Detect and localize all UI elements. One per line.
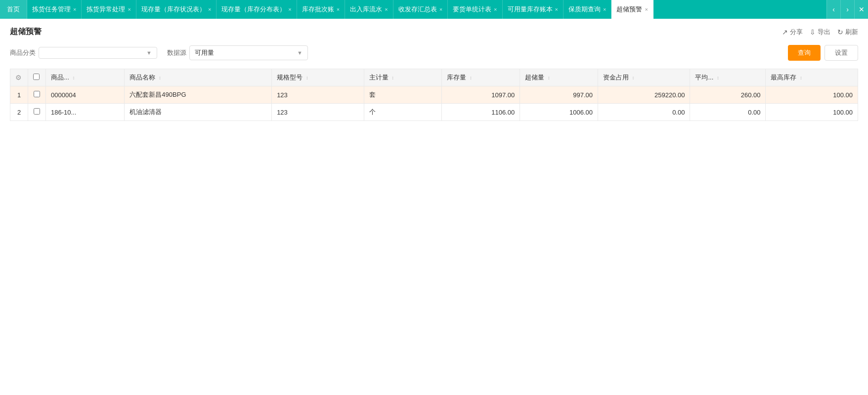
datasource-select[interactable]: 可用量 ▼ <box>189 45 308 60</box>
sort-max-stock-icon: ↕ <box>800 75 802 80</box>
nav-item-close-8[interactable]: × <box>555 6 558 12</box>
nav-item-close-1[interactable]: × <box>128 6 130 12</box>
filter-actions: 查询 设置 <box>788 45 858 61</box>
row-num-1: 2 <box>10 104 28 121</box>
col-unit[interactable]: 主计量 ↕ <box>364 69 442 86</box>
nav-item-label-8: 可用量库存账本 <box>508 5 553 14</box>
row-unit-0: 套 <box>364 86 442 104</box>
export-button[interactable]: ⇩ 导出 <box>810 28 830 37</box>
top-nav: 首页 拣货任务管理 ×拣货异常处理 ×现存量（库存状况表） ×现存量（库存分布表… <box>0 0 868 19</box>
row-checkbox-cell-1 <box>28 104 46 121</box>
nav-item-label-2: 现存量（库存状况表） <box>141 5 206 14</box>
nav-item-close-10[interactable]: × <box>645 6 648 12</box>
query-button[interactable]: 查询 <box>788 45 821 61</box>
sort-product-name-icon: ↕ <box>159 75 161 80</box>
nav-item-label-3: 现存量（库存分布表） <box>221 5 286 14</box>
sort-stock-icon: ↕ <box>470 75 472 80</box>
category-filter: 商品分类 ▼ <box>10 47 157 59</box>
table-header-row: ⚙ 商品... ↕ 商品名称 ↕ 规格型号 ↕ 主计量 <box>10 69 858 86</box>
col-stock-label: 库存量 <box>447 74 466 81</box>
nav-next-button[interactable]: › <box>840 0 854 19</box>
nav-item-2[interactable]: 现存量（库存状况表） × <box>136 0 217 19</box>
sort-spec-icon: ↕ <box>306 75 308 80</box>
nav-item-close-6[interactable]: × <box>439 6 442 12</box>
col-unit-label: 主计量 <box>369 74 389 81</box>
nav-item-label-5: 出入库流水 <box>350 5 382 14</box>
nav-item-4[interactable]: 库存批次账 × <box>297 0 345 19</box>
col-over-stock[interactable]: 超储量 ↕ <box>520 69 598 86</box>
nav-close-button[interactable]: ✕ <box>854 0 868 19</box>
col-avg-label: 平均... <box>695 74 713 81</box>
nav-item-close-7[interactable]: × <box>494 6 497 12</box>
nav-item-label-7: 要货单统计表 <box>453 5 491 14</box>
col-capital[interactable]: 资金占用 ↕ <box>598 69 690 86</box>
nav-item-label-10: 超储预警 <box>616 5 642 14</box>
row-checkbox-0[interactable] <box>34 91 40 97</box>
row-max-stock-1: 100.00 <box>766 104 858 121</box>
home-label: 首页 <box>7 5 20 14</box>
settings-button[interactable]: 设置 <box>825 45 858 61</box>
col-checkbox <box>28 69 46 86</box>
nav-prev-button[interactable]: ‹ <box>826 0 840 19</box>
nav-home[interactable]: 首页 <box>0 0 27 19</box>
col-product-code[interactable]: 商品... ↕ <box>46 69 125 86</box>
row-checkbox-1[interactable] <box>34 108 40 115</box>
export-label: 导出 <box>818 28 830 37</box>
row-spec-0: 123 <box>272 86 364 104</box>
page-title: 超储预警 <box>10 27 42 37</box>
nav-item-8[interactable]: 可用量库存账本 × <box>503 0 564 19</box>
row-product-name-1: 机油滤清器 <box>125 104 272 121</box>
nav-item-label-0: 拣货任务管理 <box>32 5 71 14</box>
nav-item-label-6: 收发存汇总表 <box>398 5 437 14</box>
col-avg[interactable]: 平均... ↕ <box>690 69 766 86</box>
nav-item-label-1: 拣货异常处理 <box>87 5 125 14</box>
share-label: 分享 <box>790 28 803 37</box>
table-settings-icon[interactable]: ⚙ <box>15 74 22 81</box>
page-content: 超储预警 ↗ 分享 ⇩ 导出 ↻ 刷新 商品分类 ▼ 数据源 <box>0 19 868 395</box>
nav-item-1[interactable]: 拣货异常处理 × <box>82 0 136 19</box>
nav-item-close-9[interactable]: × <box>603 6 606 12</box>
nav-item-close-4[interactable]: × <box>337 6 340 12</box>
row-avg-1: 0.00 <box>690 104 766 121</box>
col-max-stock[interactable]: 最高库存 ↕ <box>766 69 858 86</box>
category-select[interactable]: ▼ <box>39 47 157 59</box>
data-table: ⚙ 商品... ↕ 商品名称 ↕ 规格型号 ↕ 主计量 <box>10 69 858 121</box>
select-all-checkbox[interactable] <box>33 74 40 80</box>
nav-item-close-0[interactable]: × <box>73 6 76 12</box>
filter-bar: 商品分类 ▼ 数据源 可用量 ▼ 查询 设置 <box>10 45 858 61</box>
nav-item-label-4: 库存批次账 <box>302 5 334 14</box>
nav-item-7[interactable]: 要货单统计表 × <box>448 0 502 19</box>
nav-item-label-9: 保质期查询 <box>568 5 601 14</box>
nav-item-close-3[interactable]: × <box>288 6 291 12</box>
nav-item-0[interactable]: 拣货任务管理 × <box>27 0 82 19</box>
share-button[interactable]: ↗ 分享 <box>782 28 803 37</box>
sort-product-code-icon: ↕ <box>72 75 75 80</box>
refresh-label: 刷新 <box>845 28 858 37</box>
col-capital-label: 资金占用 <box>603 74 629 81</box>
col-max-stock-label: 最高库存 <box>771 74 796 81</box>
col-stock[interactable]: 库存量 ↕ <box>442 69 520 86</box>
row-capital-1: 0.00 <box>598 104 690 121</box>
nav-item-close-5[interactable]: × <box>385 6 388 12</box>
nav-item-6[interactable]: 收发存汇总表 × <box>393 0 448 19</box>
table-row: 2 186-10... 机油滤清器 123 个 1106.00 1006.00 … <box>10 104 858 121</box>
datasource-label: 数据源 <box>167 48 186 57</box>
sort-capital-icon: ↕ <box>632 75 635 80</box>
table-row: 1 0000004 六配套新昌490BPG 123 套 1097.00 997.… <box>10 86 858 104</box>
nav-item-5[interactable]: 出入库流水 × <box>345 0 393 19</box>
nav-item-3[interactable]: 现存量（库存分布表） × <box>217 0 297 19</box>
export-icon: ⇩ <box>810 28 816 36</box>
nav-item-close-2[interactable]: × <box>208 6 211 12</box>
row-max-stock-0: 100.00 <box>766 86 858 104</box>
nav-item-9[interactable]: 保质期查询 × <box>564 0 611 19</box>
row-stock-1: 1106.00 <box>442 104 520 121</box>
col-spec[interactable]: 规格型号 ↕ <box>272 69 364 86</box>
refresh-button[interactable]: ↻ 刷新 <box>837 28 858 37</box>
col-spec-label: 规格型号 <box>277 74 303 81</box>
col-product-name[interactable]: 商品名称 ↕ <box>125 69 272 86</box>
nav-item-10[interactable]: 超储预警 × <box>611 0 653 19</box>
datasource-chevron-icon: ▼ <box>297 50 303 56</box>
sort-unit-icon: ↕ <box>391 75 394 80</box>
row-capital-0: 259220.00 <box>598 86 690 104</box>
datasource-value: 可用量 <box>195 48 214 57</box>
